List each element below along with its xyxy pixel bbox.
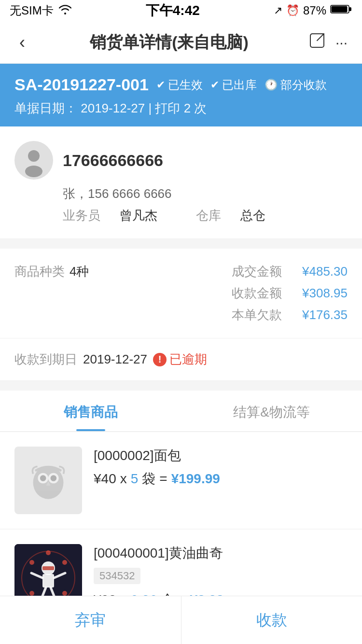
warehouse-value: 总仓	[240, 207, 265, 224]
svg-point-10	[40, 475, 46, 481]
total-1: ¥199.99	[171, 471, 220, 487]
overdue-text: 已逾期	[169, 351, 207, 368]
customer-name: 17666666666	[63, 151, 163, 170]
product-card-1: 管+ [0000002]面包 ¥40 x 5 袋 = ¥199.99	[0, 432, 362, 529]
customer-section: 17666666666 张，156 6666 6666 业务员 曾凡杰 仓库 总…	[0, 126, 362, 239]
product-price-1: ¥40 x 5 袋 = ¥199.99	[94, 470, 348, 488]
abandon-review-button[interactable]: 弃审	[0, 596, 181, 644]
amount-row: 成交金额 ¥485.30	[232, 263, 348, 280]
due-date-value: 2019-12-27	[83, 352, 147, 367]
owed-value: ¥176.35	[290, 308, 348, 322]
back-button[interactable]: ‹	[14, 28, 30, 57]
battery-icon	[330, 4, 352, 17]
order-id: SA-20191227-001	[14, 75, 149, 94]
tabs-section: 销售商品 结算&物流等	[0, 391, 362, 432]
owed-label: 本单欠款	[232, 307, 282, 323]
alarm-icon: ⏰	[286, 4, 299, 17]
page-title: 销货单详情(来自电脑)	[90, 31, 249, 54]
svg-rect-2	[331, 6, 347, 13]
summary-section: 商品种类 4种 成交金额 ¥485.30 收款金额 ¥308.95 本单欠款 ¥…	[0, 249, 362, 338]
due-date-section: 收款到期日 2019-12-27 ! 已逾期	[0, 338, 362, 381]
status-bar: 无SIM卡 下午4:42 ↗ ⏰ 87%	[0, 0, 362, 21]
svg-point-28	[29, 560, 34, 565]
status-indicators: ↗ ⏰ 87%	[274, 4, 352, 17]
nav-actions: ···	[308, 32, 348, 53]
due-label: 收款到期日	[14, 351, 77, 368]
status-effected: ✔ 已生效	[156, 77, 203, 93]
customer-contact: 张，156 6666 6666	[63, 185, 348, 202]
svg-point-6	[25, 166, 42, 177]
status-shipped: ✔ 已出库	[210, 77, 257, 93]
svg-point-23	[46, 550, 51, 555]
status-tags: ✔ 已生效 ✔ 已出库 🕐 部分收款	[156, 77, 327, 93]
status-partial: 🕐 部分收款	[265, 77, 327, 93]
received-row: 收款金额 ¥308.95	[232, 285, 348, 302]
amount-label: 成交金额	[232, 263, 282, 280]
clock-icon: 🕐	[265, 79, 278, 91]
qty-1: 5	[131, 471, 139, 487]
product-placeholder-1: 管+	[14, 447, 82, 514]
header-banner: SA-20191227-001 ✔ 已生效 ✔ 已出库 🕐 部分收款 单据日期：…	[0, 64, 362, 126]
tab-sales-products[interactable]: 销售商品	[0, 391, 181, 431]
svg-point-25	[62, 591, 67, 596]
more-icon[interactable]: ···	[335, 34, 348, 51]
tabs-row: 销售商品 结算&物流等	[0, 391, 362, 431]
product-name-2: [000400001]黄油曲奇	[94, 544, 348, 562]
unit-1: 袋	[142, 470, 155, 488]
check-icon-1: ✔	[156, 79, 165, 91]
avatar	[14, 141, 53, 180]
price-eq-1: =	[159, 471, 167, 487]
product-type-value: 4种	[70, 263, 89, 280]
sales-label: 业务员	[63, 207, 100, 224]
sales-person: 曾凡杰	[120, 207, 157, 224]
svg-point-5	[28, 150, 40, 162]
warehouse-label: 仓库	[196, 207, 221, 224]
product-type: 商品种类 4种	[14, 263, 89, 280]
price-base-1: ¥40	[94, 471, 116, 487]
collect-payment-button[interactable]: 收款	[181, 596, 362, 644]
amount-value: ¥485.30	[290, 264, 348, 279]
customer-row: 17666666666	[14, 141, 348, 180]
tab-settlement[interactable]: 结算&物流等	[181, 391, 362, 431]
status-time: 下午4:42	[146, 1, 200, 20]
product-info-1: [0000002]面包 ¥40 x 5 袋 = ¥199.99	[94, 447, 348, 488]
svg-point-11	[51, 475, 57, 481]
battery-text: 87%	[303, 4, 326, 17]
product-name-1: [0000002]面包	[94, 447, 348, 465]
received-value: ¥308.95	[290, 286, 348, 301]
svg-point-24	[62, 560, 67, 565]
owed-row: 本单欠款 ¥176.35	[232, 307, 348, 323]
share-icon[interactable]	[308, 32, 326, 53]
received-label: 收款金额	[232, 285, 282, 302]
nav-bar: ‹ 销货单详情(来自电脑) ···	[0, 21, 362, 64]
svg-rect-17	[42, 574, 54, 588]
svg-rect-22	[42, 566, 54, 570]
carrier-text: 无SIM卡	[10, 3, 54, 18]
svg-point-27	[29, 591, 34, 596]
price-x-1: x	[120, 471, 127, 487]
product-type-label: 商品种类	[14, 263, 65, 280]
wifi-icon	[58, 4, 72, 17]
svg-rect-1	[349, 7, 351, 11]
amounts: 成交金额 ¥485.30 收款金额 ¥308.95 本单欠款 ¥176.35	[232, 263, 348, 323]
product-image-1: 管+	[14, 447, 82, 514]
bottom-toolbar: 弃审 收款	[0, 596, 362, 644]
customer-meta: 业务员 曾凡杰 仓库 总仓	[63, 207, 348, 224]
summary-grid: 商品种类 4种 成交金额 ¥485.30 收款金额 ¥308.95 本单欠款 ¥…	[14, 263, 348, 323]
overdue-badge: ! 已逾期	[153, 351, 207, 368]
location-icon: ↗	[274, 4, 282, 17]
overdue-icon: !	[153, 353, 167, 366]
status-carrier: 无SIM卡	[10, 3, 72, 18]
check-icon-2: ✔	[210, 79, 219, 91]
header-date: 单据日期： 2019-12-27 | 打印 2 次	[14, 100, 348, 117]
product-tag-2: 534532	[94, 568, 140, 584]
svg-text:管+: 管+	[43, 492, 53, 499]
